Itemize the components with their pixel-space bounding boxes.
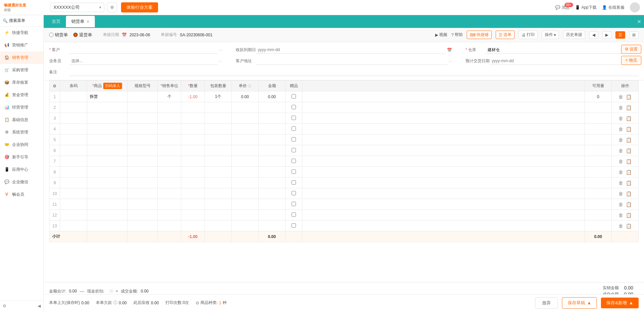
company-selector[interactable]: XXXXXX公司 ▾: [50, 3, 104, 12]
logistics-button[interactable]: + 物流: [621, 56, 641, 65]
copy-row-icon[interactable]: 📋: [626, 223, 632, 229]
row-pkg[interactable]: [205, 210, 232, 221]
list-view-btn[interactable]: ☰: [615, 31, 625, 39]
row-pkg[interactable]: [205, 178, 232, 188]
customer-input[interactable]: [69, 46, 218, 54]
row-price[interactable]: [232, 134, 259, 145]
grid-view-btn[interactable]: ⊞: [629, 31, 639, 39]
row-barcode[interactable]: [60, 167, 87, 178]
goods-input[interactable]: [90, 105, 124, 110]
row-gift[interactable]: [286, 134, 302, 145]
row-price[interactable]: [232, 113, 259, 124]
row-barcode[interactable]: [60, 145, 87, 156]
row-goods[interactable]: [87, 210, 127, 221]
spec-input[interactable]: [130, 213, 155, 218]
row-spec[interactable]: [127, 167, 158, 178]
copy-row-icon[interactable]: 📋: [626, 126, 632, 132]
row-goods[interactable]: [87, 188, 127, 199]
spec-input[interactable]: [130, 159, 155, 164]
history-btn[interactable]: 历史单据: [563, 31, 585, 39]
goods-input[interactable]: [90, 148, 124, 153]
delete-row-icon[interactable]: 🗑: [618, 116, 623, 121]
row-spec[interactable]: [127, 102, 158, 113]
row-pkg[interactable]: [205, 167, 232, 178]
sales-order-radio[interactable]: 销货单: [49, 32, 68, 38]
row-price[interactable]: [232, 178, 259, 188]
sidebar-item-appstore[interactable]: 📱 应用中心: [0, 163, 43, 176]
row-gift[interactable]: [286, 221, 302, 231]
delete-row-icon[interactable]: 🗑: [618, 169, 623, 175]
spec-input[interactable]: [130, 191, 155, 196]
row-qty[interactable]: [181, 210, 205, 221]
row-amount[interactable]: [259, 134, 286, 145]
row-spec[interactable]: [127, 113, 158, 124]
gift-checkbox[interactable]: [292, 180, 296, 185]
row-price[interactable]: [232, 102, 259, 113]
row-amount[interactable]: [259, 124, 286, 134]
row-price[interactable]: [232, 221, 259, 231]
sidebar-item-operations[interactable]: 📊 经营管理: [0, 101, 43, 114]
copy-row-icon[interactable]: 📋: [626, 116, 632, 121]
return-order-radio-input[interactable]: [73, 33, 78, 37]
delete-row-icon[interactable]: 🗑: [618, 137, 623, 143]
row-barcode[interactable]: [60, 91, 87, 102]
row-gift[interactable]: [286, 167, 302, 178]
row-pkg[interactable]: [205, 156, 232, 167]
row-qty[interactable]: [181, 221, 205, 231]
sidebar-item-capital[interactable]: 💰 资金管理: [0, 89, 43, 101]
select-btn[interactable]: ☰ 选单: [496, 31, 515, 39]
sales-order-radio-input[interactable]: [49, 33, 53, 37]
ops-btn[interactable]: 操作 ▾: [542, 31, 559, 39]
row-pkg[interactable]: [205, 124, 232, 134]
row-gift[interactable]: [286, 210, 302, 221]
copy-row-icon[interactable]: 📋: [626, 191, 632, 196]
row-amount[interactable]: [259, 167, 286, 178]
avatar[interactable]: [630, 2, 640, 12]
delete-row-icon[interactable]: 🗑: [618, 202, 623, 207]
row-gift[interactable]: [286, 199, 302, 210]
help-link[interactable]: ? 帮助: [451, 32, 463, 38]
row-spec[interactable]: [127, 178, 158, 188]
row-barcode[interactable]: [60, 134, 87, 145]
barcode-input[interactable]: [63, 202, 84, 207]
row-gift[interactable]: [286, 188, 302, 199]
settings-button[interactable]: ⚙: [107, 2, 117, 12]
spec-input[interactable]: [130, 116, 155, 121]
goods-input[interactable]: [90, 191, 124, 196]
barcode-input[interactable]: [63, 224, 84, 228]
row-barcode[interactable]: [60, 210, 87, 221]
row-unit[interactable]: [158, 210, 181, 221]
row-unit[interactable]: [158, 188, 181, 199]
row-unit[interactable]: [158, 113, 181, 124]
copy-row-icon[interactable]: 📋: [626, 94, 632, 100]
row-qty[interactable]: [181, 156, 205, 167]
barcode-input[interactable]: [63, 159, 84, 164]
spec-input[interactable]: [130, 170, 155, 174]
tab-home[interactable]: 首页: [46, 16, 66, 27]
print-btn[interactable]: 🖨 打印: [519, 31, 538, 39]
row-goods[interactable]: [87, 124, 127, 134]
goods-input[interactable]: [90, 138, 124, 142]
gift-checkbox[interactable]: [292, 202, 296, 206]
row-qty[interactable]: [181, 167, 205, 178]
row-unit[interactable]: [158, 178, 181, 188]
row-goods[interactable]: [87, 178, 127, 188]
row-barcode[interactable]: [60, 188, 87, 199]
goods-input[interactable]: [90, 159, 124, 164]
copy-row-icon[interactable]: 📋: [626, 202, 632, 207]
app-download-button[interactable]: 📱 App下载: [575, 5, 597, 10]
row-qty[interactable]: [181, 178, 205, 188]
row-pkg[interactable]: [205, 134, 232, 145]
copy-row-icon[interactable]: 📋: [626, 148, 632, 153]
warehouse-input[interactable]: [486, 46, 634, 54]
delete-row-icon[interactable]: 🗑: [618, 212, 623, 218]
collection-calendar-icon[interactable]: 📅: [447, 48, 452, 52]
sidebar-item-purchase[interactable]: 🛒 采购管理: [0, 64, 43, 76]
row-pkg[interactable]: [205, 188, 232, 199]
row-goods[interactable]: [87, 113, 127, 124]
row-goods[interactable]: [87, 91, 127, 102]
row-goods[interactable]: [87, 102, 127, 113]
spec-input[interactable]: [130, 181, 155, 185]
delete-row-icon[interactable]: 🗑: [618, 126, 623, 132]
gift-checkbox[interactable]: [292, 169, 296, 174]
